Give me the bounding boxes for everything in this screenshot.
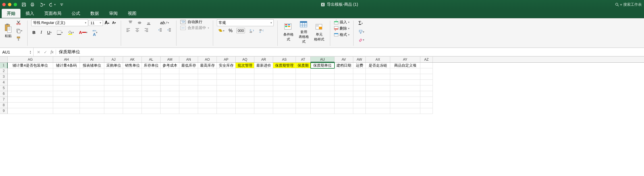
cell-AT8[interactable]	[296, 103, 311, 108]
cell-AM8[interactable]	[161, 103, 179, 108]
font-size-select[interactable]: 11▾	[89, 20, 103, 26]
cell-AQ7[interactable]	[236, 97, 254, 103]
cell-AX7[interactable]	[366, 97, 390, 103]
maximize-window-button[interactable]	[14, 3, 17, 6]
cell-AG3[interactable]	[8, 74, 53, 80]
cell-AY2[interactable]	[390, 68, 420, 74]
align-center-button[interactable]	[134, 27, 141, 33]
cell-AN6[interactable]	[179, 91, 198, 97]
cell-AJ1[interactable]: 采购单位	[104, 63, 123, 68]
cell-AN5[interactable]	[179, 85, 198, 91]
row-header-6[interactable]: 6	[0, 91, 8, 97]
row-header-8[interactable]: 8	[0, 103, 8, 108]
cell-AV9[interactable]	[335, 108, 353, 114]
cell-AG9[interactable]	[8, 108, 53, 114]
copy-button[interactable]: ▾	[15, 27, 24, 34]
cell-AN3[interactable]	[179, 74, 198, 80]
cell-AV4[interactable]	[335, 80, 353, 85]
tab-视图[interactable]: 视图	[123, 9, 142, 18]
cell-AU6[interactable]	[311, 91, 335, 97]
cell-AH1[interactable]: 辅计量4条码	[53, 63, 80, 68]
row-header-1[interactable]: 1	[0, 63, 8, 68]
cell-AM6[interactable]	[161, 91, 179, 97]
cell-AS5[interactable]	[273, 85, 296, 91]
cell-AI6[interactable]	[80, 91, 104, 97]
align-left-button[interactable]	[125, 27, 132, 33]
name-box-stepper[interactable]: ▴▾	[30, 50, 31, 54]
cell-AY4[interactable]	[390, 80, 420, 85]
cell-AW3[interactable]	[353, 74, 366, 80]
tab-公式[interactable]: 公式	[67, 9, 85, 18]
cell-AY9[interactable]	[390, 108, 420, 114]
cell-AQ2[interactable]	[236, 68, 254, 74]
cell-AM1[interactable]: 参考成本	[161, 63, 179, 68]
cell-AL4[interactable]	[142, 80, 161, 85]
cell-AQ5[interactable]	[236, 85, 254, 91]
font-name-select[interactable]: 等线 Regular (正文)▾	[31, 19, 88, 26]
cell-AO7[interactable]	[198, 97, 217, 103]
cell-AQ4[interactable]	[236, 80, 254, 85]
cell-AP2[interactable]	[217, 68, 236, 74]
cell-AJ9[interactable]	[104, 108, 123, 114]
formula-input[interactable]: 保质期单位	[56, 49, 644, 55]
cell-AV6[interactable]	[335, 91, 353, 97]
cell-AO4[interactable]	[198, 80, 217, 85]
cell-AG2[interactable]	[8, 68, 53, 74]
col-header-AG[interactable]: AG	[8, 57, 53, 62]
tab-插入[interactable]: 插入	[20, 9, 39, 18]
cell-AL7[interactable]	[142, 97, 161, 103]
cell-AX5[interactable]	[366, 85, 390, 91]
border-button[interactable]: ▾	[56, 29, 64, 36]
cell-AX4[interactable]	[366, 80, 390, 85]
cell-AI7[interactable]	[80, 97, 104, 103]
increase-font-button[interactable]: A▴	[103, 19, 111, 26]
save-icon[interactable]	[22, 2, 26, 7]
name-box[interactable]: AU1 ▴▾	[0, 48, 34, 56]
delete-cells-button[interactable]: 删除▾	[334, 26, 350, 31]
cell-AL2[interactable]	[142, 68, 161, 74]
col-header-AO[interactable]: AO	[198, 57, 217, 62]
cell-AH5[interactable]	[53, 85, 80, 91]
cell-AR9[interactable]	[254, 108, 273, 114]
cell-AK5[interactable]	[123, 85, 142, 91]
search-box[interactable]: ▾ 搜索工作表	[615, 2, 642, 7]
cell-AL3[interactable]	[142, 74, 161, 80]
cell-AT9[interactable]	[296, 108, 311, 114]
cell-AS3[interactable]	[273, 74, 296, 80]
align-top-button[interactable]	[127, 20, 134, 26]
cell-AX9[interactable]	[366, 108, 390, 114]
cell-AH3[interactable]	[53, 74, 80, 80]
cell-AP9[interactable]	[217, 108, 236, 114]
cell-AY3[interactable]	[390, 74, 420, 80]
merge-center-button[interactable]: 合并后居中 ▾	[180, 25, 209, 30]
cell-AU3[interactable]	[311, 74, 335, 80]
cell-AG5[interactable]	[8, 85, 53, 91]
cell-AT3[interactable]	[296, 74, 311, 80]
cell-AT4[interactable]	[296, 80, 311, 85]
cell-AG1[interactable]: 辅计量4是否包装单位	[8, 63, 53, 68]
orientation-button[interactable]: ab▾	[159, 19, 170, 26]
decrease-indent-button[interactable]	[157, 27, 163, 33]
cell-AK1[interactable]: 销售单位	[123, 63, 142, 68]
cell-AY5[interactable]	[390, 85, 420, 91]
row-header-2[interactable]: 2	[0, 68, 8, 74]
cell-AN4[interactable]	[179, 80, 198, 85]
cell-AX6[interactable]	[366, 91, 390, 97]
paste-button[interactable]: 粘贴	[3, 23, 14, 39]
cell-AM5[interactable]	[161, 85, 179, 91]
cell-AK9[interactable]	[123, 108, 142, 114]
cell-AW1[interactable]: 运费	[353, 63, 366, 68]
cell-AL1[interactable]: 库存单位	[142, 63, 161, 68]
number-format-select[interactable]: 常规▾	[217, 19, 274, 26]
fill-color-button[interactable]: ▾	[67, 29, 75, 36]
cell-AO8[interactable]	[198, 103, 217, 108]
cell-AK2[interactable]	[123, 68, 142, 74]
cell-AQ6[interactable]	[236, 91, 254, 97]
col-header-AZ[interactable]: AZ	[420, 57, 433, 62]
cell-AM9[interactable]	[161, 108, 179, 114]
format-cells-button[interactable]: 格式▾	[334, 32, 350, 38]
cell-AI9[interactable]	[80, 108, 104, 114]
col-header-AL[interactable]: AL	[142, 57, 161, 62]
cell-AM2[interactable]	[161, 68, 179, 74]
increase-indent-button[interactable]	[166, 27, 173, 33]
